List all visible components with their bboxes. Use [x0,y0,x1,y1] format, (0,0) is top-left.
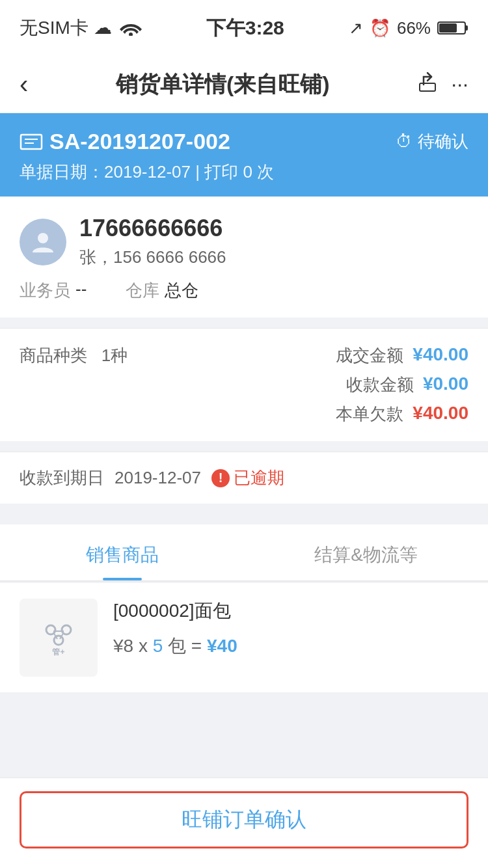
order-header-card: SA-20191207-002 ⏱ 待确认 单据日期：2019-12-07 | … [0,113,488,197]
wifi-icon [120,20,142,36]
product-name: [0000002]面包 [113,599,468,623]
product-info: [0000002]面包 ¥8 x 5 包 = ¥40 [113,599,468,658]
salesman-value: -- [75,279,87,302]
status-right: ↗ ⏰ 66% [349,18,468,38]
clock-icon: ⏱ [396,131,413,152]
svg-rect-5 [21,135,42,149]
summary-section: 商品种类 1种 成交金额 ¥40.00 收款金额 ¥0.00 本单欠款 ¥40.… [0,329,488,441]
deal-amount-value: ¥40.00 [413,344,468,367]
bottom-bar: 旺铺订单确认 [0,778,488,868]
svg-rect-2 [465,25,468,31]
overdue-text: 已逾期 [234,467,284,489]
owe-amount-row: 本单欠款 ¥40.00 [336,403,468,426]
battery-text: 66% [397,18,431,38]
battery-icon [437,20,468,36]
customer-phone: 17666666666 [79,215,226,242]
order-status: ⏱ 待确认 [396,130,468,153]
product-type-value: 1种 [102,346,128,365]
received-amount-row: 收款金额 ¥0.00 [346,373,468,396]
unit-value: 包 [168,636,186,656]
deal-amount-row: 成交金额 ¥40.00 [336,344,468,367]
confirm-order-button[interactable]: 旺铺订单确认 [20,791,468,848]
share-button[interactable] [417,72,438,98]
tabs-section: 销售商品 结算&物流等 [0,524,488,582]
deal-amount-label: 成交金额 [336,344,403,367]
owe-value: ¥40.00 [413,403,468,426]
total-value: ¥40 [207,636,237,656]
product-item: 管+ [0000002]面包 ¥8 x 5 包 = ¥40 [0,583,488,692]
order-id: SA-20191207-002 [20,129,230,154]
tab-settlement[interactable]: 结算&物流等 [244,524,488,580]
received-label: 收款金额 [346,373,414,396]
customer-meta: 业务员 -- 仓库 总仓 [20,279,468,302]
customer-section: 17666666666 张，156 6666 6666 业务员 -- 仓库 总仓 [0,197,488,318]
product-type-row: 商品种类 1种 [20,344,128,367]
status-left: 无SIM卡 ☁ [20,16,142,40]
warehouse-label: 仓库 [126,279,159,302]
more-button[interactable]: ··· [451,72,468,96]
order-date: 单据日期：2019-12-07 | 打印 0 次 [20,161,468,183]
svg-text:管+: 管+ [52,647,64,657]
summary-right: 成交金额 ¥40.00 收款金额 ¥0.00 本单欠款 ¥40.00 [336,344,468,426]
customer-name: 张，156 6666 6666 [79,246,226,269]
svg-rect-3 [439,23,457,33]
overdue-icon: ! [211,469,230,487]
product-price-row: ¥8 x 5 包 = ¥40 [113,634,468,658]
product-placeholder-icon: 管+ [38,617,79,658]
overdue-badge: ! 已逾期 [211,467,284,489]
due-date-section: 收款到期日 2019-12-07 ! 已逾期 [0,452,488,504]
status-time: 下午3:28 [206,15,284,42]
sim-status: 无SIM卡 ☁ [20,16,112,40]
salesman-label: 业务员 [20,279,70,302]
avatar [20,219,66,265]
owe-label: 本单欠款 [336,403,403,426]
nav-left[interactable]: ‹ [20,70,28,99]
svg-point-0 [129,33,133,36]
back-button[interactable]: ‹ [20,70,28,99]
svg-point-8 [38,233,48,243]
due-date-value: 2019-12-07 [115,468,201,488]
share-icon [417,72,438,92]
svg-rect-4 [420,83,435,91]
nav-right: ··· [417,72,468,98]
price-value: ¥8 [113,636,133,656]
location-icon: ↗ [349,18,363,38]
due-label: 收款到期日 [20,467,104,489]
warehouse-value: 总仓 [165,279,198,302]
status-bar: 无SIM卡 ☁ 下午3:28 ↗ ⏰ 66% [0,0,488,56]
product-thumbnail: 管+ [20,599,98,677]
page-title: 销货单详情(来自旺铺) [116,70,330,100]
tab-products[interactable]: 销售商品 [0,524,244,580]
tabs-row: 销售商品 结算&物流等 [0,524,488,580]
person-icon [30,229,56,255]
nav-bar: ‹ 销货单详情(来自旺铺) ··· [0,56,488,113]
received-value: ¥0.00 [423,373,468,396]
alarm-icon: ⏰ [370,18,390,38]
product-type-label: 商品种类 [20,346,87,365]
order-icon [20,132,43,152]
qty-value: 5 [153,636,163,656]
